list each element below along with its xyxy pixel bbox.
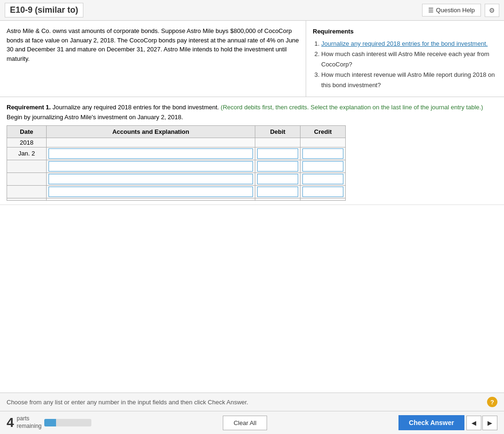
accounts-cell-3[interactable] <box>46 172 255 185</box>
requirement-2-text: How much cash interest will Astro Mile r… <box>321 50 489 68</box>
credit-cell-5 <box>301 198 346 200</box>
action-bar: 4 partsremaining Clear All Check Answer … <box>0 411 504 434</box>
right-actions: Check Answer ◀ ▶ <box>398 415 497 430</box>
list-icon: ☰ <box>428 7 434 14</box>
debit-input-4[interactable] <box>257 187 298 197</box>
req-sublabel: Begin by journalizing Astro Mile's inves… <box>7 114 497 121</box>
credit-cell-1[interactable] <box>301 147 346 160</box>
accounts-cell-4[interactable] <box>46 185 255 198</box>
col-header-credit: Credit <box>301 125 346 138</box>
accounts-cell-0 <box>46 138 255 147</box>
settings-button[interactable]: ⚙ <box>485 4 499 17</box>
debit-input-2[interactable] <box>257 161 298 172</box>
status-bar: Choose from any list or enter any number… <box>0 393 504 411</box>
parts-label: partsremaining <box>17 415 42 430</box>
accounts-input-4[interactable] <box>49 187 253 197</box>
debit-cell-3[interactable] <box>255 172 301 185</box>
debit-cell-0 <box>255 138 301 147</box>
table-row: 2018 <box>7 138 346 147</box>
date-cell-3 <box>7 172 47 185</box>
action-bar-center: Clear All <box>97 416 393 430</box>
table-row <box>7 172 346 185</box>
page-title: E10-9 (similar to) <box>5 3 83 17</box>
accounts-cell-5 <box>46 198 255 200</box>
accounts-input-2[interactable] <box>49 161 253 172</box>
credit-cell-2[interactable] <box>301 160 346 172</box>
parts-label-text: partsremaining <box>17 415 42 429</box>
credit-input-2[interactable] <box>302 161 343 172</box>
col-header-accounts: Accounts and Explanation <box>46 125 255 138</box>
help-icon-button[interactable]: ? <box>487 397 497 407</box>
prev-button[interactable]: ◀ <box>466 416 481 430</box>
date-cell-0: 2018 <box>7 138 47 147</box>
main-content: Astro Mile & Co. owns vast amounts of co… <box>0 21 504 434</box>
credit-input-1[interactable] <box>302 148 343 159</box>
debit-input-3[interactable] <box>257 174 298 184</box>
problem-text: Astro Mile & Co. owns vast amounts of co… <box>0 21 306 97</box>
progress-bar-fill <box>44 419 56 426</box>
debit-cell-2[interactable] <box>255 160 301 172</box>
next-button[interactable]: ▶ <box>482 416 497 430</box>
clear-all-button[interactable]: Clear All <box>223 416 267 430</box>
requirements-list: Journalize any required 2018 entries for… <box>321 39 497 90</box>
parts-info: 4 partsremaining <box>7 415 91 430</box>
table-row <box>7 185 346 198</box>
parts-number: 4 <box>7 415 14 430</box>
accounts-cell-2[interactable] <box>46 160 255 172</box>
spacer <box>0 205 504 393</box>
requirements-section: Requirements Journalize any required 201… <box>306 21 504 97</box>
debit-cell-4[interactable] <box>255 185 301 198</box>
table-row <box>7 160 346 172</box>
journal-table: Date Accounts and Explanation Debit Cred… <box>7 125 346 201</box>
table-row <box>7 198 346 200</box>
credit-cell-4[interactable] <box>301 185 346 198</box>
credit-cell-0 <box>301 138 346 147</box>
requirements-title: Requirements <box>313 26 497 37</box>
debit-cell-5 <box>255 198 301 200</box>
requirement-item-1: Journalize any required 2018 entries for… <box>321 39 497 49</box>
problem-section: Astro Mile & Co. owns vast amounts of co… <box>0 21 504 97</box>
table-header-row: Date Accounts and Explanation Debit Cred… <box>7 125 346 138</box>
requirement-3-text: How much interest revenue will Astro Mil… <box>321 71 495 89</box>
debit-input-1[interactable] <box>257 148 298 159</box>
credit-input-4[interactable] <box>302 187 343 197</box>
page-header: E10-9 (similar to) ☰ Question Help ⚙ <box>0 0 504 21</box>
date-cell-1: Jan. 2 <box>7 147 47 160</box>
accounts-cell-1[interactable] <box>46 147 255 160</box>
date-cell-4 <box>7 185 47 198</box>
credit-cell-3[interactable] <box>301 172 346 185</box>
status-text: Choose from any list or enter any number… <box>7 399 487 406</box>
table-row: Jan. 2 <box>7 147 346 160</box>
col-header-debit: Debit <box>255 125 301 138</box>
date-cell-5 <box>7 198 47 200</box>
req-label-text: Journalize any required 2018 entries for… <box>51 104 219 111</box>
col-header-date: Date <box>7 125 47 138</box>
header-actions: ☰ Question Help ⚙ <box>422 4 499 17</box>
credit-input-3[interactable] <box>302 174 343 184</box>
requirement-1-link[interactable]: Journalize any required 2018 entries for… <box>321 40 488 47</box>
nav-buttons: ◀ ▶ <box>466 416 497 430</box>
accounts-input-3[interactable] <box>49 174 253 184</box>
gear-icon: ⚙ <box>489 7 495 14</box>
req-label: Requirement 1. Journalize any required 2… <box>7 104 497 111</box>
debit-cell-1[interactable] <box>255 147 301 160</box>
req-green-text: (Record debits first, then credits. Sele… <box>221 104 483 111</box>
check-answer-button[interactable]: Check Answer <box>398 415 464 430</box>
requirement-item-3: How much interest revenue will Astro Mil… <box>321 70 497 90</box>
req-label-bold: Requirement 1. <box>7 104 51 111</box>
question-help-button[interactable]: ☰ Question Help <box>422 4 481 16</box>
date-cell-2 <box>7 160 47 172</box>
requirement-item-2: How much cash interest will Astro Mile r… <box>321 49 497 70</box>
progress-bar <box>44 419 91 426</box>
accounts-input-1[interactable] <box>49 148 253 159</box>
requirement-body: Requirement 1. Journalize any required 2… <box>0 97 504 205</box>
